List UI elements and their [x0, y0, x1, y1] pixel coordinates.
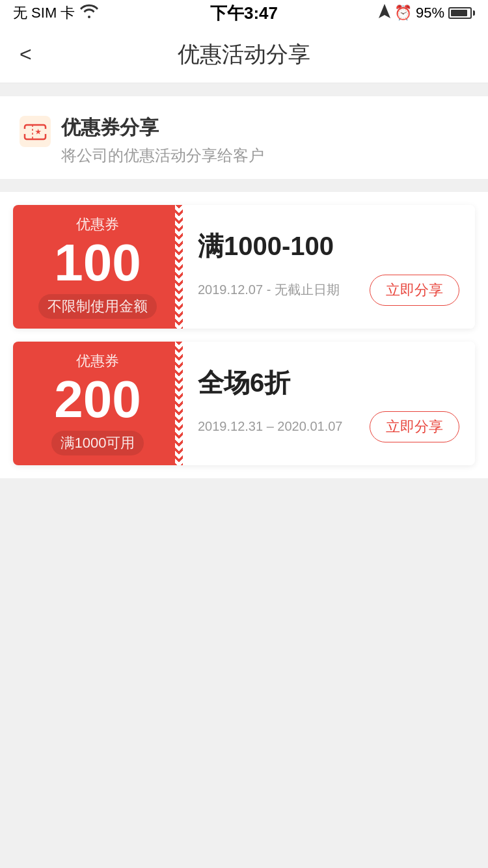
svg-text:★: ★ — [35, 128, 42, 135]
coupon-card-2: 优惠券 200 满1000可用 全场6折 2019.12.31 – 2020.0… — [13, 342, 475, 465]
alarm-icon: ⏰ — [394, 5, 412, 21]
page-title: 优惠活动分享 — [178, 40, 310, 70]
coupon-label-2: 优惠券 — [76, 351, 119, 371]
section-desc: 将公司的优惠活动分享给客户 — [61, 145, 264, 166]
coupon-value-2: 200 — [54, 373, 141, 426]
nav-bar: < 优惠活动分享 — [0, 26, 488, 83]
share-button-2[interactable]: 立即分享 — [370, 411, 459, 442]
coupon-list: 优惠券 100 不限制使用金额 满1000-100 2019.12.07 - 无… — [0, 192, 488, 478]
coupon-left-1: 优惠券 100 不限制使用金额 — [13, 205, 182, 329]
coupon-value-1: 100 — [54, 237, 141, 289]
svg-point-2 — [22, 129, 27, 134]
coupon-name-2: 全场6折 — [198, 365, 459, 401]
coupon-left-2: 优惠券 200 满1000可用 — [13, 342, 182, 465]
section-header: ★ 优惠券分享 将公司的优惠活动分享给客户 — [0, 96, 488, 179]
svg-point-3 — [43, 129, 48, 134]
coupon-condition-1: 不限制使用金额 — [38, 294, 157, 319]
coupon-condition-2: 满1000可用 — [51, 431, 144, 455]
coupon-label-1: 优惠券 — [76, 215, 119, 234]
wifi-icon — [80, 4, 98, 22]
coupon-right-1: 满1000-100 2019.12.07 - 无截止日期 立即分享 — [182, 205, 475, 329]
carrier-text: 无 SIM 卡 — [13, 3, 75, 23]
share-button-1[interactable]: 立即分享 — [370, 275, 459, 306]
status-bar: 无 SIM 卡 下午3:47 ⏰ 95% — [0, 0, 488, 26]
coupon-name-1: 满1000-100 — [198, 228, 459, 264]
status-time: 下午3:47 — [210, 2, 278, 25]
empty-area — [0, 478, 488, 830]
location-icon — [379, 4, 390, 22]
status-right: ⏰ 95% — [379, 4, 475, 22]
status-left: 无 SIM 卡 — [13, 3, 98, 23]
section-coupon-icon: ★ — [20, 116, 51, 147]
coupon-meta-2: 2019.12.31 – 2020.01.07 立即分享 — [198, 411, 459, 442]
coupon-date-2: 2019.12.31 – 2020.01.07 — [198, 419, 342, 434]
battery-percent: 95% — [416, 5, 444, 21]
section-title: 优惠券分享 — [61, 115, 264, 141]
section-text: 优惠券分享 将公司的优惠活动分享给客户 — [61, 115, 264, 166]
battery-icon — [448, 7, 475, 19]
coupon-date-1: 2019.12.07 - 无截止日期 — [198, 281, 340, 299]
coupon-right-2: 全场6折 2019.12.31 – 2020.01.07 立即分享 — [182, 342, 475, 465]
back-button[interactable]: < — [20, 42, 32, 66]
coupon-card-1: 优惠券 100 不限制使用金额 满1000-100 2019.12.07 - 无… — [13, 205, 475, 329]
coupon-meta-1: 2019.12.07 - 无截止日期 立即分享 — [198, 275, 459, 306]
